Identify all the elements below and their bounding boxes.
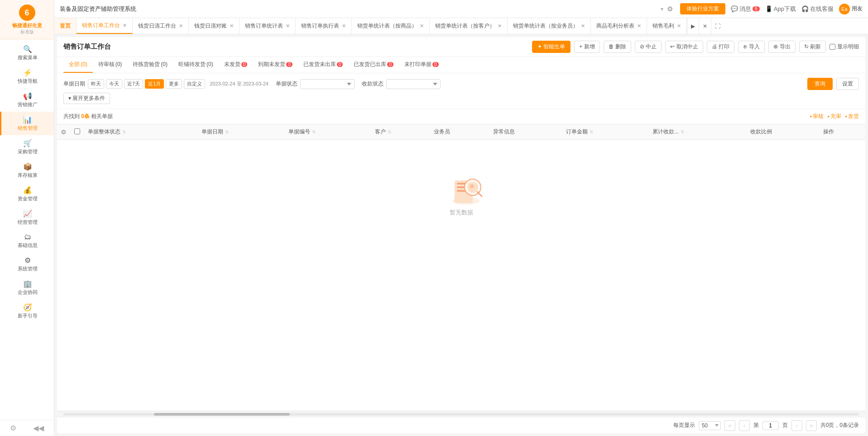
export-btn[interactable]: ⊗ 导出 — [768, 41, 795, 53]
sidebar-item-shortcuts[interactable]: ⚡快捷导航 — [0, 65, 54, 88]
last-page-btn[interactable]: » — [806, 420, 817, 431]
th-received[interactable]: 累计收款...⇅ — [649, 124, 747, 140]
tab-cash-daily[interactable]: 钱货日清工作台 ✕ — [133, 18, 189, 34]
tab-sales-order-exec[interactable]: 销售订单执行表 ✕ — [296, 18, 352, 34]
payment-filter: 收款状态 — [362, 79, 441, 89]
first-page-btn[interactable]: « — [724, 420, 735, 431]
tab-sales-order-stat[interactable]: 销售订单统计表 ✕ — [240, 18, 296, 34]
tab-cash-reconcile[interactable]: 钱货日清对账 ✕ — [189, 18, 240, 34]
sidebar-item-corp[interactable]: 🏢企业协同 — [0, 276, 54, 299]
delete-btn[interactable]: 🗑 删除 — [604, 41, 631, 53]
date-1month[interactable]: 近1月 — [145, 79, 164, 89]
cancel-stop-btn[interactable]: ↩ 取消中止 — [665, 41, 703, 53]
subtab-pending-inspect[interactable]: 待拣货验货(0) — [127, 57, 173, 73]
tab-close-icon[interactable]: ✕ — [342, 23, 346, 29]
sidebar-item-operation[interactable]: 📈经营管理 — [0, 206, 54, 229]
sidebar-item-finance[interactable]: 💰资金管理 — [0, 182, 54, 206]
import-btn[interactable]: ⊕ 导入 — [738, 41, 765, 53]
subtab-delivered-not-out[interactable]: 已发货未出库0 — [298, 57, 349, 73]
smart-create-btn[interactable]: ✦ 智能生单 — [532, 41, 571, 53]
tab-close-icon[interactable]: ✕ — [420, 23, 424, 29]
result-prefix: 共找到 — [63, 113, 80, 119]
quick-review-btn[interactable]: 审核 — [810, 113, 824, 120]
user-area[interactable]: Ea 用友 — [839, 4, 863, 14]
date-custom[interactable]: 自定义 — [184, 79, 205, 89]
date-more[interactable]: 更多 — [166, 79, 182, 89]
show-detail-label[interactable]: 显示明细 — [830, 43, 859, 51]
tab-close-icon[interactable]: ✕ — [123, 23, 127, 28]
settings-bottom-icon[interactable]: ⚙ — [10, 424, 16, 432]
tab-close-icon[interactable]: ✕ — [637, 23, 641, 29]
show-detail-checkbox[interactable] — [830, 44, 835, 50]
th-salesperson[interactable]: 业务员 — [430, 124, 489, 140]
add-btn[interactable]: + 新增 — [574, 41, 599, 53]
collapse-icon[interactable]: ◀◀ — [33, 424, 44, 432]
expand-conditions-btn[interactable]: ▾ 展开更多条件 — [63, 93, 110, 104]
tab-sales-more[interactable]: 销售毛利 ✕ — [647, 18, 687, 34]
scrollbar-thumb[interactable] — [154, 413, 290, 416]
tab-close-icon[interactable]: ✕ — [179, 23, 183, 29]
quick-unreview-btn[interactable]: 充审 — [827, 113, 841, 120]
sidebar-item-search[interactable]: 🔍搜索菜单 — [0, 41, 54, 65]
logo-text: 畅捷通好生意 — [12, 22, 42, 29]
topbar-dropdown-icon[interactable]: ▾ — [661, 6, 663, 12]
print-btn[interactable]: 🖨 打印 — [707, 41, 734, 53]
sidebar-item-system[interactable]: ⚙系统管理 — [0, 252, 54, 276]
th-customer[interactable]: 客户⇅ — [371, 124, 431, 140]
sidebar-item-base[interactable]: 🗂基础信息 — [0, 229, 54, 252]
tab-sales-stat-customer[interactable]: 销货单统计表（按客户）✕ — [430, 18, 508, 34]
subtab-wangpu-deliver[interactable]: 旺铺待发货(0) — [173, 57, 219, 73]
sidebar-label-corp: 企业协同 — [18, 289, 38, 296]
subtab-not-delivered[interactable]: 未发货0 — [219, 57, 253, 73]
topbar-settings-icon[interactable]: ⚙ — [667, 5, 673, 13]
quick-deliver-btn[interactable]: 发货 — [845, 113, 859, 120]
industry-btn[interactable]: 体验行业方案 — [680, 3, 725, 14]
tab-more-btn[interactable]: ▶ — [687, 18, 699, 34]
subtab-all[interactable]: 全部(0) — [63, 57, 93, 73]
date-yesterday[interactable]: 昨天 — [88, 79, 104, 89]
tab-sales-stat-product[interactable]: 销货单统计表（按商品）✕ — [352, 18, 430, 34]
horizontal-scrollbar[interactable] — [57, 411, 865, 417]
th-number[interactable]: 单据编号⇅ — [285, 124, 371, 140]
page-input[interactable] — [762, 421, 779, 430]
tab-sales-stat-staff[interactable]: 销货单统计表（按业务员）✕ — [508, 18, 591, 34]
stop-btn[interactable]: ⊘ 中止 — [635, 41, 662, 53]
per-page-select[interactable]: 10 20 50 100 — [699, 421, 721, 430]
subtab-not-printed[interactable]: 未打印单据0 — [399, 57, 444, 73]
prev-page-btn[interactable]: ‹ — [739, 420, 750, 431]
subtab-delivered-out[interactable]: 已发货已出库0 — [348, 57, 399, 73]
scrollbar-track[interactable] — [63, 413, 859, 416]
tab-close-icon[interactable]: ✕ — [581, 23, 585, 29]
app-download-area[interactable]: 📱 App下载 — [765, 5, 796, 13]
th-amount[interactable]: 订单金额⇅ — [562, 124, 649, 140]
sidebar-item-sales[interactable]: 📊销售管理 — [0, 112, 54, 135]
query-btn[interactable]: 查询 — [807, 78, 833, 90]
tab-sales-order-desk[interactable]: 销售订单工作台 ✕ — [77, 18, 133, 34]
message-area[interactable]: 💬 消息 6 — [731, 5, 760, 13]
subtab-overdue-not-delivered[interactable]: 到期未发货0 — [253, 57, 298, 73]
subtab-pending-review[interactable]: 待审核(0) — [93, 57, 128, 73]
next-page-btn[interactable]: › — [791, 420, 802, 431]
status-select[interactable] — [300, 79, 355, 89]
tab-close-icon[interactable]: ✕ — [498, 23, 502, 29]
sidebar-item-marketing[interactable]: 📢营销推广 — [0, 88, 54, 112]
tab-close-all-btn[interactable]: ✕ — [699, 18, 711, 34]
tab-close-icon[interactable]: ✕ — [230, 23, 234, 29]
sidebar-item-inventory[interactable]: 📦库存核算 — [0, 159, 54, 182]
th-date[interactable]: 单据日期⇅ — [198, 124, 284, 140]
sidebar-item-guide[interactable]: 🧭新手引导 — [0, 299, 54, 323]
tab-gross-analysis[interactable]: 商品毛利分析表 ✕ — [591, 18, 647, 34]
date-7days[interactable]: 近7天 — [124, 79, 143, 89]
payment-select[interactable] — [386, 79, 441, 89]
tab-close-icon[interactable]: ✕ — [286, 23, 290, 29]
select-all-checkbox[interactable] — [74, 128, 80, 134]
column-settings-icon[interactable]: ⚙ — [61, 128, 67, 136]
refresh-btn[interactable]: ↻ 刷新 — [799, 41, 826, 53]
setting-btn[interactable]: 设置 — [836, 78, 859, 90]
sidebar-item-purchase[interactable]: 🛒采购管理 — [0, 135, 54, 159]
tab-maximize-btn[interactable]: ⛶ — [711, 18, 724, 34]
online-service-area[interactable]: 🎧 在线客服 — [801, 5, 834, 13]
date-today[interactable]: 今天 — [106, 79, 122, 89]
tab-close-icon[interactable]: ✕ — [677, 23, 681, 29]
tab-home[interactable]: 首页 — [54, 18, 77, 34]
